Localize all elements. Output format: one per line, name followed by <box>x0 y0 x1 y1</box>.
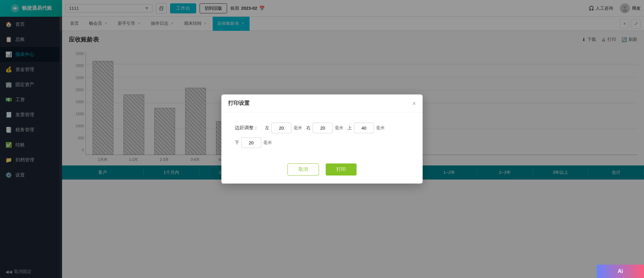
margin-unit-top: 毫米 <box>376 125 385 131</box>
margin-unit-right: 毫米 <box>335 125 343 131</box>
margin-top-input[interactable] <box>354 123 374 133</box>
margin-unit-bottom: 毫米 <box>263 140 272 146</box>
modal-footer: 取消 打印 <box>221 158 423 184</box>
margin-top-label: 上 <box>347 125 352 131</box>
modal-header: 打印设置 × <box>221 94 423 113</box>
cancel-button[interactable]: 取消 <box>287 163 319 176</box>
margin-right-label: 右 <box>306 125 311 131</box>
margin-left-group: 左 毫米 <box>265 123 302 133</box>
confirm-print-button[interactable]: 打印 <box>326 163 357 176</box>
modal-close-button[interactable]: × <box>412 100 416 107</box>
margin-bottom-label: 下 <box>235 140 239 146</box>
margin-bottom-group: 下 毫米 <box>235 137 272 148</box>
margin-unit-left: 毫米 <box>293 125 302 131</box>
print-settings-modal: 打印设置 × 边距调整： 左 毫米 右 毫米 上 毫米 <box>221 94 423 184</box>
modal-body: 边距调整： 左 毫米 右 毫米 上 毫米 下 <box>221 113 423 158</box>
margin-left-label: 左 <box>265 125 269 131</box>
modal-overlay[interactable]: 打印设置 × 边距调整： 左 毫米 右 毫米 上 毫米 <box>0 0 644 278</box>
margin-right-input[interactable] <box>313 123 333 133</box>
ai-badge[interactable]: Ai <box>597 265 644 278</box>
margin-row: 边距调整： 左 毫米 右 毫米 上 毫米 下 <box>235 123 409 148</box>
modal-title: 打印设置 <box>228 100 250 107</box>
margin-right-group: 右 毫米 <box>306 123 343 133</box>
margin-left-input[interactable] <box>271 123 291 133</box>
margin-label: 边距调整： <box>235 125 258 131</box>
ai-badge-label: Ai <box>618 268 623 274</box>
margin-bottom-input[interactable] <box>241 137 261 148</box>
margin-top-group: 上 毫米 <box>347 123 385 133</box>
